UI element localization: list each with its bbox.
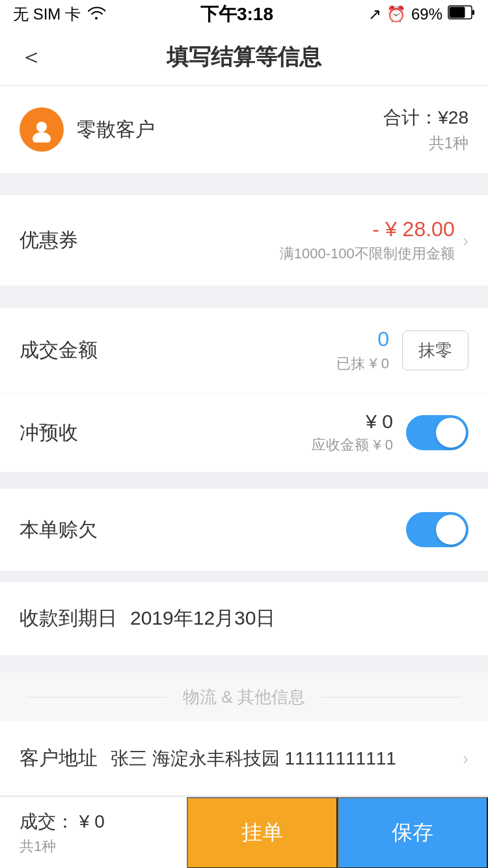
coupon-desc: 满1000-100不限制使用金额 (280, 244, 455, 264)
bottom-deal-label: 成交： ¥ 0 (20, 809, 167, 834)
customer-section: 零散客户 合计：¥28 共1种 (0, 86, 488, 173)
deal-right: 0 已抹 ¥ 0 抹零 (336, 327, 468, 373)
coupon-amount: - ¥ 28.00 (280, 217, 455, 241)
customer-name: 零散客户 (77, 116, 155, 143)
svg-point-4 (33, 132, 51, 142)
toggle-knob (436, 418, 466, 448)
total-amount-label: 合计：¥28 (383, 105, 468, 130)
section-divider-2 (0, 296, 488, 308)
total-count-label: 共1种 (383, 133, 468, 154)
section-divider-3 (0, 472, 488, 483)
bottom-summary: 成交： ¥ 0 共1种 (0, 809, 187, 856)
page-title: 填写结算等信息 (167, 42, 321, 72)
logistics-label-wrap: 物流 & 其他信息 (167, 686, 321, 709)
status-left: 无 SIM 卡 (13, 4, 105, 25)
alarm-icon: ⏰ (386, 5, 406, 23)
customer-total: 合计：¥28 共1种 (383, 105, 468, 154)
wifi-icon (87, 5, 105, 23)
battery-label: 69% (411, 5, 442, 23)
prepay-right: ¥ 0 应收金额 ¥ 0 (312, 411, 468, 455)
status-right: ↗ ⏰ 69% (368, 5, 475, 23)
save-button[interactable]: 保存 (338, 797, 488, 869)
bottom-bar: 成交： ¥ 0 共1种 挂单 保存 (0, 796, 488, 868)
avatar (20, 107, 64, 152)
prepay-label: 冲预收 (20, 420, 78, 446)
due-date-label: 收款到期日 (20, 605, 117, 632)
prepay-amount: ¥ 0 (312, 411, 393, 433)
section-divider-1 (0, 183, 488, 195)
deal-amount-label: 成交金额 (20, 337, 98, 364)
coupon-value-block: - ¥ 28.00 满1000-100不限制使用金额 (280, 217, 455, 264)
debt-label: 本单赊欠 (20, 517, 98, 543)
section-divider-4b (0, 667, 488, 672)
deal-amount-row: 成交金额 0 已抹 ¥ 0 抹零 (20, 308, 468, 393)
logistics-header: 物流 & 其他信息 (0, 672, 488, 722)
no-sim-label: 无 SIM 卡 (13, 4, 81, 25)
bottom-count-label: 共1种 (20, 837, 167, 856)
status-time: 下午3:18 (200, 2, 273, 27)
prepay-sub-label: 应收金额 ¥ 0 (312, 435, 393, 455)
address-chevron-icon: › (463, 748, 468, 769)
svg-rect-1 (449, 7, 465, 18)
round-off-button[interactable]: 抹零 (402, 331, 468, 370)
deal-amount-section: 成交金额 0 已抹 ¥ 0 抹零 (0, 308, 488, 393)
section-divider-3b (0, 483, 488, 489)
address-row[interactable]: 客户地址 张三 海淀永丰科技园 11111111111 › (0, 722, 488, 795)
coupon-section[interactable]: 优惠券 - ¥ 28.00 满1000-100不限制使用金额 › (0, 195, 488, 286)
battery-icon (448, 5, 475, 23)
svg-point-3 (36, 122, 47, 132)
nav-bar: ＜ 填写结算等信息 (0, 29, 488, 86)
address-label: 客户地址 (20, 745, 98, 772)
pending-button[interactable]: 挂单 (187, 797, 337, 869)
prepay-row: 冲预收 ¥ 0 应收金额 ¥ 0 (0, 393, 488, 472)
chevron-right-icon: › (463, 230, 468, 251)
back-button[interactable]: ＜ (20, 41, 43, 73)
status-bar: 无 SIM 卡 下午3:18 ↗ ⏰ 69% (0, 0, 488, 29)
deal-sub-label: 已抹 ¥ 0 (336, 354, 389, 373)
coupon-row[interactable]: 优惠券 - ¥ 28.00 满1000-100不限制使用金额 › (0, 195, 488, 286)
prepay-toggle[interactable] (406, 415, 468, 450)
location-icon: ↗ (368, 5, 381, 23)
svg-rect-2 (472, 10, 474, 15)
coupon-label: 优惠券 (20, 227, 78, 254)
due-date-value: 2019年12月30日 (130, 605, 275, 632)
customer-row: 零散客户 合计：¥28 共1种 (0, 86, 488, 173)
customer-left: 零散客户 (20, 107, 155, 152)
debt-toggle-knob (436, 515, 466, 545)
debt-toggle[interactable] (406, 512, 468, 547)
section-divider-4 (0, 655, 488, 667)
coupon-right: - ¥ 28.00 满1000-100不限制使用金额 › (280, 217, 468, 264)
address-value: 张三 海淀永丰科技园 11111111111 (111, 746, 463, 771)
main-content: 零散客户 合计：¥28 共1种 优惠券 - ¥ 28.00 满1000-100不… (0, 86, 488, 868)
debt-section: 本单赊欠 (0, 489, 488, 571)
deal-value-block: 0 已抹 ¥ 0 (336, 327, 389, 373)
prepay-value-block: ¥ 0 应收金额 ¥ 0 (312, 411, 393, 455)
deal-amount-value: 0 (336, 327, 389, 351)
logistics-section-label: 物流 & 其他信息 (183, 687, 305, 707)
due-date-section: 收款到期日 2019年12月30日 (0, 581, 488, 655)
